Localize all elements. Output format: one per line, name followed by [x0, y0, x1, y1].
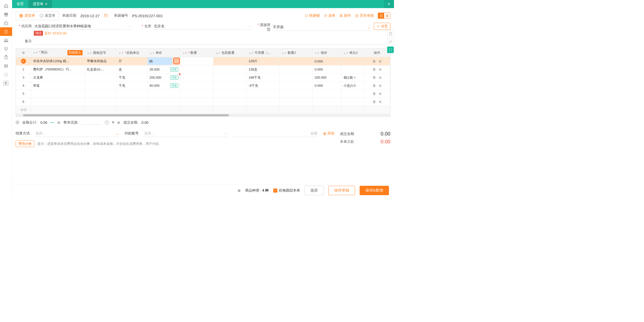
total-value: 0.00 — [40, 121, 47, 125]
th-packqty[interactable]: ▲▼包装数量 — [213, 49, 246, 57]
subtotal-label: 小计 — [16, 106, 31, 114]
app-close-icon[interactable]: ✕ — [384, 0, 394, 8]
history-tag[interactable]: 历史 — [170, 83, 178, 88]
th-qty[interactable]: ▲▼*数量 — [180, 49, 213, 57]
history-tag[interactable]: 历史 — [170, 67, 178, 72]
toolbar-shortcut[interactable]: 快捷键 — [305, 13, 320, 18]
row-copy-icon[interactable]: ⊕ — [379, 92, 382, 96]
nav-warehouse-icon[interactable] — [0, 36, 12, 44]
warehouse-more-icon[interactable]: ··· — [247, 24, 252, 28]
acct-more-icon[interactable]: ··· — [223, 131, 228, 135]
row-copy-icon[interactable]: ⊕ — [379, 100, 382, 104]
settle-method-input[interactable]: 选择...⌄ — [35, 130, 119, 137]
price-more-icon[interactable]: ··· — [173, 58, 180, 64]
tab-home[interactable]: 首页 — [12, 0, 28, 8]
discount-input[interactable] — [82, 121, 102, 125]
summary-owe-value: 0.00 — [381, 139, 390, 145]
rail-note-icon[interactable] — [387, 30, 394, 37]
supplier-input[interactable]: 大连花园口经济区景和水果种植基地··· — [34, 23, 133, 30]
nav-home-icon[interactable] — [0, 2, 12, 10]
equals-icon: = — [112, 120, 114, 125]
doc-type-radio-group: 进货单 退货单 — [16, 11, 59, 20]
doc-no-label: 单据编号 — [114, 13, 128, 18]
tab-purchase[interactable]: 进货单✕ — [28, 0, 52, 8]
row-delete-icon[interactable]: 🗑 — [373, 67, 376, 71]
doc-no-value: PS-20191227-001 — [132, 14, 163, 18]
deal-icon: ⊘ — [117, 121, 120, 125]
th-spec[interactable]: ▲▼规格型号 — [85, 49, 116, 57]
row-delete-icon[interactable]: 🗑 — [373, 92, 376, 96]
th-product[interactable]: ▲▼*商品扫码录入 — [31, 49, 85, 57]
row-delete-icon[interactable]: 🗑 — [373, 76, 376, 79]
warehouse-input[interactable]: 北京仓··· — [153, 23, 252, 30]
price-input[interactable] — [147, 57, 172, 65]
billtype-input[interactable]: 不开票⌄ — [273, 24, 371, 31]
add-settlement-button[interactable]: ⊕添加 — [323, 131, 334, 136]
row-copy-icon[interactable]: ⊕ — [379, 84, 382, 87]
calendar-icon[interactable] — [104, 13, 108, 18]
toolbar-select[interactable]: 选单 — [324, 13, 335, 18]
nav-purchase-icon[interactable] — [0, 27, 12, 36]
supplier-more-icon[interactable]: ··· — [128, 24, 132, 28]
radio-purchase[interactable]: 进货单 — [19, 13, 35, 18]
kinds-label: 商品种类 : — [245, 188, 261, 192]
th-gear[interactable]: ⚙ — [16, 49, 31, 57]
fee-allocate-button[interactable]: 费用分摊 — [16, 141, 34, 147]
table-row[interactable]: 4草莓千克40.000历史-9千克0.000小盒(1小🗑⊕ — [16, 82, 390, 90]
view-list-icon[interactable]: ☰ — [378, 13, 384, 18]
help-icon[interactable]: ? — [105, 121, 109, 125]
history-tag[interactable]: 历史 — [170, 75, 178, 80]
add-row-icon[interactable]: + — [21, 59, 26, 64]
save-draft-button[interactable]: 保存草稿 — [328, 186, 355, 195]
th-price[interactable]: ▲▼单价 — [147, 49, 180, 57]
radio-return[interactable]: 退货单 — [40, 13, 55, 18]
view-grid-icon[interactable]: ⊞ — [384, 13, 390, 18]
summary-deal-label: 成交金额 — [340, 132, 354, 136]
tab-close-icon[interactable]: ✕ — [45, 2, 47, 6]
th-qty2[interactable]: ▲▼数量2 — [280, 49, 313, 57]
nav-gift-icon[interactable] — [0, 10, 12, 19]
th-avail[interactable]: ▲▼可用量（... — [246, 49, 280, 57]
settings-button[interactable]: 设置 — [374, 23, 390, 30]
gear-icon[interactable]: ⚙ — [22, 51, 25, 55]
row-copy-icon[interactable]: ⊕ — [379, 76, 382, 79]
nav-price-icon[interactable]: $ — [0, 19, 12, 27]
settle-amount-input[interactable]: 金额 — [233, 130, 318, 137]
nav-sync-icon[interactable] — [0, 70, 12, 79]
row-delete-icon[interactable]: 🗑 — [373, 84, 376, 87]
rail-link-icon[interactable] — [387, 38, 394, 45]
row-delete-icon[interactable]: 🗑 — [373, 100, 376, 104]
nav-contact-icon[interactable] — [0, 62, 12, 70]
table-h-scrollbar[interactable] — [16, 114, 390, 117]
scan-button[interactable]: 扫码录入 — [67, 50, 83, 55]
billtype-chevron-icon[interactable]: ⌄ — [368, 25, 371, 29]
left-sidebar: $ ¥ 新 — [0, 0, 12, 197]
table-row[interactable]: 2费列罗（FERRERO）巧...礼盒装01-...盒26.000历史136盒0… — [16, 65, 390, 74]
row-copy-icon[interactable]: ⊕ — [379, 67, 382, 71]
table-row[interactable]: 3火龙果千克200.000历史198千克200.000袋(1袋 ≈🗑⊕ — [16, 74, 390, 82]
row-delete-icon[interactable]: 🗑 — [373, 59, 376, 63]
toolbar-operate[interactable]: 操作 — [339, 13, 351, 18]
doc-date-value[interactable]: 2019-12-27 — [80, 14, 100, 18]
save-new-button[interactable]: 保存&新增 — [360, 186, 389, 195]
settle-acct-input[interactable]: 选择...··· — [144, 130, 228, 137]
svg-rect-15 — [341, 16, 342, 17]
th-quote[interactable]: ▲▼报价 — [312, 49, 341, 57]
table-row[interactable]: 6🗑⊕ — [16, 98, 390, 106]
rail-expand-icon[interactable] — [387, 47, 394, 53]
svg-rect-13 — [341, 14, 342, 15]
th-unit2[interactable]: ▲▼单位2 — [341, 49, 364, 57]
toolbar-history[interactable]: 历史单据 — [355, 13, 374, 18]
remark-input[interactable] — [34, 38, 390, 45]
nav-new-badge[interactable]: 新 — [0, 79, 12, 87]
th-unit[interactable]: ▲▼*采购单位 — [116, 49, 147, 57]
discard-button[interactable]: 放弃 — [305, 186, 324, 195]
table-row[interactable]: +华美华夫软饼1200g 糕...早餐休闲食品斤···126斤0.000🗑⊕ — [16, 57, 390, 65]
nav-money-icon[interactable]: ¥ — [0, 44, 12, 53]
svg-rect-10 — [305, 15, 308, 16]
table-row[interactable]: 5🗑⊕ — [16, 90, 390, 98]
track-checkbox[interactable]: ✓ — [273, 189, 277, 193]
row-copy-icon[interactable]: ⊕ — [379, 59, 382, 63]
nav-clipboard-icon[interactable] — [0, 53, 12, 62]
chevron-down-icon[interactable]: ⌄ — [116, 131, 119, 135]
